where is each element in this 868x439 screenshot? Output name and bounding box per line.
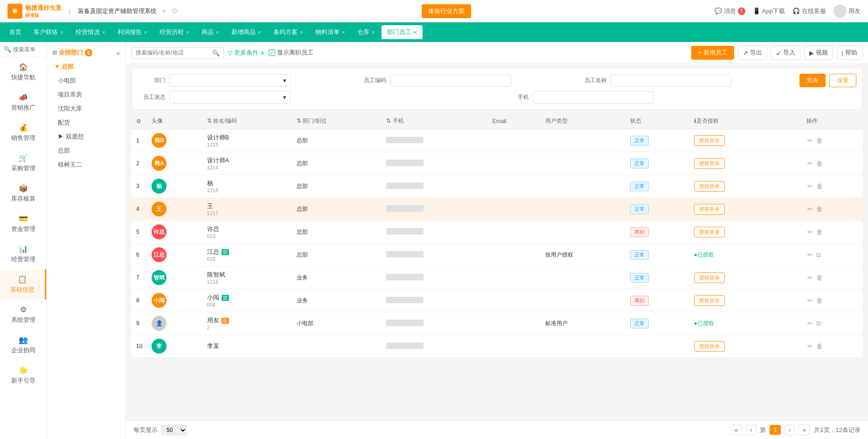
tab-home[interactable]: 首页: [4, 25, 27, 39]
auth-btn[interactable]: 授权登录: [694, 295, 725, 306]
dept-item-double[interactable]: ▶ 双鹿想: [47, 130, 125, 144]
tab-customer[interactable]: 客户联络 ✕: [28, 25, 69, 39]
edit-btn[interactable]: ✏: [807, 320, 813, 327]
nav-item-guide[interactable]: 🌟 新手引导: [0, 360, 46, 390]
tab-profit[interactable]: 利润报告 ✕: [112, 25, 153, 39]
nav-item-sales[interactable]: 💰 销售管理: [0, 118, 46, 148]
per-page-select[interactable]: 50 100 200: [161, 425, 187, 435]
tab-barcode[interactable]: 条码方案 ✕: [268, 25, 309, 39]
delete-btn[interactable]: 🗑: [816, 228, 823, 236]
edit-btn[interactable]: ✏: [807, 251, 813, 258]
help-btn[interactable]: | 帮助: [837, 46, 862, 60]
emp-code-input[interactable]: [390, 75, 511, 87]
delete-btn[interactable]: 🗑: [816, 205, 823, 213]
import-btn[interactable]: ↙ 导入: [771, 46, 800, 60]
phone-input[interactable]: [533, 91, 654, 104]
query-btn[interactable]: 查询: [799, 74, 826, 87]
settings-icon[interactable]: ⚙: [171, 7, 178, 15]
last-page-btn[interactable]: »: [799, 425, 810, 435]
col-dept[interactable]: ⇅ 部门/职位: [292, 113, 382, 129]
filter-more-btn[interactable]: ▽ 更多条件 ∧: [228, 49, 265, 57]
edit-btn[interactable]: ✏: [807, 297, 813, 304]
tab-department[interactable]: 部门员工 ✕: [382, 25, 423, 39]
dept-select[interactable]: ▾: [169, 74, 291, 87]
auth-btn[interactable]: 授权登录: [694, 204, 725, 215]
edit-btn[interactable]: ✏: [807, 342, 813, 350]
nav-item-shortcuts[interactable]: 🏠 快捷导航: [0, 57, 46, 87]
edit-btn[interactable]: ✏: [807, 137, 813, 144]
delete-btn[interactable]: 🗑: [816, 160, 823, 167]
tab-bom[interactable]: 物料清单 ✕: [310, 25, 351, 39]
dept-item-shenyang[interactable]: 沈阳大库: [47, 102, 125, 116]
nav-item-collab[interactable]: 👥 企业协同: [0, 330, 46, 360]
tab-goods[interactable]: 商品 ✕: [196, 25, 225, 39]
dept-item-general[interactable]: ▼ 总部: [47, 60, 125, 74]
edit-btn[interactable]: ✏: [807, 160, 813, 167]
delete-btn[interactable]: 🗑: [816, 342, 823, 350]
dept-item-tree[interactable]: 植树王二: [47, 158, 125, 172]
app-download-action[interactable]: 📱 App下载: [753, 7, 785, 15]
copy-btn[interactable]: ⧉: [816, 320, 821, 327]
dept-grid-icon: ⊞: [52, 49, 57, 56]
dept-collapse-btn[interactable]: «: [117, 49, 120, 56]
edit-btn[interactable]: ✏: [807, 205, 813, 213]
set-btn[interactable]: 设置: [829, 74, 856, 87]
nav-item-system[interactable]: ⚙ 系统管理: [0, 300, 46, 330]
col-ops: 操作: [802, 113, 862, 129]
col-phone[interactable]: ⇅ 手机: [382, 113, 487, 129]
dept-item-distribution[interactable]: 配货: [47, 116, 125, 130]
auth-btn[interactable]: 授权登录: [694, 227, 725, 237]
checkbox-icon[interactable]: ✓: [269, 49, 275, 56]
col-name[interactable]: ⇅ 姓名/编码: [202, 113, 292, 129]
tab-add-goods[interactable]: 新增商品 ✕: [226, 25, 267, 39]
nav-item-purchase[interactable]: 🛒 采购管理: [0, 148, 46, 178]
auth-btn[interactable]: 授权登录: [694, 158, 725, 169]
export-btn[interactable]: ↗ 导出: [738, 46, 767, 60]
nav-item-marketing[interactable]: 📣 营销推广: [0, 87, 46, 118]
sidebar-search-input[interactable]: [13, 46, 42, 53]
edit-btn[interactable]: ✏: [807, 182, 813, 190]
delete-btn[interactable]: 🗑: [816, 297, 823, 304]
edit-btn[interactable]: ✏: [807, 228, 813, 236]
nav-item-basic[interactable]: 📋 基础信息: [0, 269, 46, 300]
row-num: 2: [132, 152, 147, 175]
dept-item-hq[interactable]: 总部: [47, 144, 125, 158]
emp-name-input[interactable]: [611, 75, 732, 87]
delete-btn[interactable]: 🗑: [816, 182, 823, 190]
messages-action[interactable]: 💬 消息 5: [715, 7, 745, 15]
nav-item-inventory[interactable]: 📦 库存核算: [0, 178, 46, 209]
tab-warehouse[interactable]: 仓库 ✕: [352, 25, 381, 39]
delete-btn[interactable]: 🗑: [816, 274, 823, 281]
row-dept: 总部: [292, 198, 382, 221]
col-email: Email: [488, 113, 541, 129]
nav-item-operations[interactable]: 📊 经营管理: [0, 239, 46, 269]
nav-item-finance[interactable]: 💳 资金管理: [0, 209, 46, 239]
table-row: 10 李 李某 授权登录 ✏ 🗑: [132, 335, 862, 358]
show-resigned-checkbox[interactable]: ✓ 显示离职员工: [269, 49, 313, 57]
online-service-action[interactable]: 🎧 在线客服: [792, 7, 826, 15]
view-btn[interactable]: ▶ 视频: [804, 46, 833, 60]
dept-item-small-elec[interactable]: 小电部: [47, 74, 125, 88]
user-area[interactable]: 用友: [833, 5, 861, 18]
col-settings[interactable]: ⚙: [132, 113, 147, 129]
next-page-btn[interactable]: ›: [785, 425, 795, 435]
status-select[interactable]: ▾: [169, 91, 291, 104]
copy-btn[interactable]: ⧉: [816, 251, 821, 258]
auth-btn[interactable]: 授权登录: [694, 181, 725, 192]
tab-business[interactable]: 经营情况 ✕: [70, 25, 111, 39]
logo-icon: 畅: [7, 4, 22, 19]
auth-btn[interactable]: 授权登录: [694, 135, 725, 146]
prev-page-btn[interactable]: ‹: [746, 425, 756, 435]
first-page-btn[interactable]: «: [730, 425, 742, 435]
auth-btn[interactable]: 授权登录: [694, 341, 725, 352]
dept-item-project[interactable]: 项目库房: [47, 88, 125, 102]
row-user-type: [541, 221, 625, 244]
edit-btn[interactable]: ✏: [807, 274, 813, 281]
add-employee-btn[interactable]: + 新增员工: [691, 46, 734, 60]
search-input[interactable]: [136, 49, 210, 56]
auth-btn[interactable]: 授权登录: [694, 272, 725, 283]
trial-button[interactable]: 体验行业方案: [422, 4, 471, 18]
tab-history[interactable]: 经营历程 ✕: [154, 25, 195, 39]
delete-btn[interactable]: 🗑: [816, 137, 823, 144]
dept-tag: 部: [222, 249, 229, 255]
